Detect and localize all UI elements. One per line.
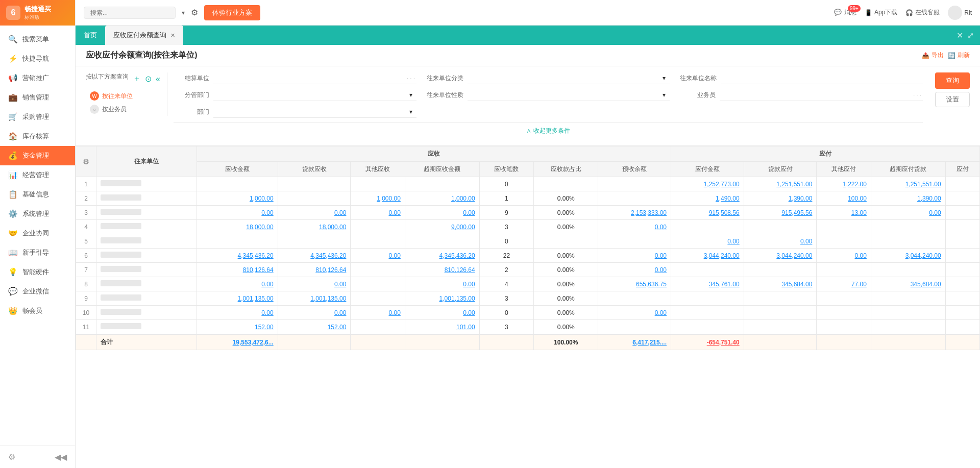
cell-val[interactable]: 915,495.56 (744, 206, 817, 220)
schema-item-salesperson[interactable]: ○ 按业务员 (86, 103, 161, 116)
cell-val[interactable]: 0.00 (598, 263, 671, 277)
cell-val[interactable]: 1,001,135.00 (405, 291, 479, 306)
cell-val[interactable]: 345,761.00 (671, 277, 744, 291)
cell-val[interactable]: 0.00 (405, 206, 479, 220)
sidebar-item-7[interactable]: 📊经营管理 (0, 165, 75, 185)
cell-val[interactable]: 810,126.64 (405, 263, 479, 277)
cell-val[interactable]: 3,044,240.00 (744, 249, 817, 263)
cell-val[interactable]: 810,126.64 (278, 263, 351, 277)
sidebar-item-6[interactable]: 💰资金管理 (0, 146, 75, 165)
export-button[interactable]: 📤 导出 (922, 51, 944, 60)
cell-val[interactable]: 101.00 (405, 320, 479, 335)
sidebar-item-11[interactable]: 📖新手引导 (0, 243, 75, 262)
jsdw-input[interactable]: ··· (213, 72, 416, 84)
cell-val[interactable]: 0.00 (405, 277, 479, 291)
table-container[interactable]: ⚙ 往来单位 应收 应付 应收金额 贷款应收 其他应收 超期应收金额 应收笔数 … (76, 146, 980, 468)
online-service-btn[interactable]: 🎧 在线客服 (905, 8, 940, 17)
cell-val[interactable]: 0.00 (197, 206, 278, 220)
user-menu[interactable]: Rit (948, 6, 972, 20)
sidebar-item-3[interactable]: 💼销售管理 (0, 88, 75, 107)
th-settings[interactable]: ⚙ (76, 146, 96, 177)
footer-yfje[interactable]: -654,751.40 (671, 334, 744, 350)
cell-val[interactable]: 0.00 (744, 234, 817, 249)
sidebar-item-4[interactable]: 🛒采购管理 (0, 107, 75, 127)
cell-val[interactable]: 100.00 (817, 191, 871, 206)
cell-val[interactable]: 2,153,333.00 (598, 206, 671, 220)
cell-val[interactable]: 0.00 (278, 277, 351, 291)
cell-val[interactable]: 0.00 (351, 306, 405, 320)
cell-val[interactable]: 1,001,135.00 (197, 291, 278, 306)
cell-val[interactable]: 1,251,551.00 (871, 177, 945, 191)
messages-btn[interactable]: 💬 99+ 消息 (834, 8, 856, 17)
cell-val[interactable]: 1,001,135.00 (278, 291, 351, 306)
collapse-icon[interactable]: ◀◀ (55, 452, 67, 462)
sidebar-item-1[interactable]: ⚡快捷导航 (0, 49, 75, 68)
sidebar-item-8[interactable]: 📋基础信息 (0, 185, 75, 204)
cell-val[interactable]: 0.00 (197, 306, 278, 320)
sidebar-item-5[interactable]: 🏠库存核算 (0, 127, 75, 146)
sidebar-item-9[interactable]: ⚙️系统管理 (0, 204, 75, 224)
cell-val[interactable]: 1,490.00 (671, 191, 744, 206)
cell-val[interactable]: 4,345,436.20 (405, 249, 479, 263)
schema-item-customer[interactable]: W 按往来单位 (86, 89, 161, 103)
sidebar-item-12[interactable]: 💡智能硬件 (0, 262, 75, 282)
cell-val[interactable]: 810,126.64 (197, 263, 278, 277)
cell-val[interactable]: 3,044,240.00 (871, 249, 945, 263)
ywy-input[interactable]: ··· (720, 89, 923, 101)
tab-arbalance[interactable]: 应收应付余额查询 ✕ (105, 26, 183, 45)
cell-val[interactable]: 1,000.00 (405, 191, 479, 206)
header-gear-icon[interactable]: ⚙ (191, 8, 198, 17)
cell-val[interactable]: 1,000.00 (351, 191, 405, 206)
schema-collapse-btn[interactable]: « (156, 75, 160, 84)
sidebar-item-14[interactable]: 👑畅会员 (0, 301, 75, 321)
cell-val[interactable]: 0.00 (351, 206, 405, 220)
cell-val[interactable]: 0.00 (817, 249, 871, 263)
schema-edit-btn[interactable]: ⊙ (145, 74, 152, 84)
tab-close-btn[interactable]: ✕ (957, 31, 963, 40)
cell-val[interactable]: 0.00 (278, 306, 351, 320)
cell-val[interactable]: 152.00 (278, 320, 351, 335)
fgbm-select[interactable]: ▾ (213, 89, 416, 101)
cell-val[interactable]: 0.00 (598, 306, 671, 320)
settings-icon[interactable]: ⚙ (8, 452, 15, 462)
cell-val[interactable]: 915,508.56 (671, 206, 744, 220)
sidebar-item-0[interactable]: 🔍搜索菜单 (0, 30, 75, 49)
sidebar-item-10[interactable]: 🤝企业协同 (0, 224, 75, 243)
lwdwxz-select[interactable]: ▾ (468, 89, 670, 101)
cell-val[interactable]: 77.00 (817, 277, 871, 291)
cell-val[interactable]: 9,000.00 (405, 220, 479, 234)
tab-expand-btn[interactable]: ⤢ (967, 31, 974, 40)
cell-val[interactable]: 0.00 (671, 234, 744, 249)
cell-val[interactable]: 0.00 (405, 306, 479, 320)
search-input[interactable] (84, 7, 176, 19)
cell-val[interactable]: 3,044,240.00 (671, 249, 744, 263)
cell-val[interactable]: 18,000.00 (197, 220, 278, 234)
refresh-button[interactable]: 🔄 刷新 (948, 51, 970, 60)
cell-val[interactable]: 0.00 (197, 277, 278, 291)
cell-val[interactable]: 0.00 (871, 206, 945, 220)
footer-ysye[interactable]: 6,417,215.... (598, 334, 671, 350)
app-download-btn[interactable]: 📱 App下载 (865, 8, 897, 17)
cell-val[interactable]: 1,390.00 (744, 191, 817, 206)
sidebar-item-2[interactable]: 📢营销推广 (0, 68, 75, 88)
bm-select[interactable]: ▾ (213, 106, 416, 118)
header-dropdown-icon[interactable]: ▾ (182, 9, 185, 16)
cell-val[interactable]: 1,252,773.00 (671, 177, 744, 191)
tab-close-icon[interactable]: ✕ (170, 32, 175, 39)
schema-add-btn[interactable]: ＋ (133, 73, 141, 84)
tab-home[interactable]: 首页 (76, 26, 105, 45)
cell-val[interactable]: 152.00 (197, 320, 278, 335)
cell-val[interactable]: 1,390.00 (871, 191, 945, 206)
cell-val[interactable]: 4,345,436.20 (278, 249, 351, 263)
cell-val[interactable]: 345,684.00 (871, 277, 945, 291)
cell-val[interactable]: 1,000.00 (197, 191, 278, 206)
cell-val[interactable]: 0.00 (351, 249, 405, 263)
query-button[interactable]: 查询 (935, 72, 970, 89)
cell-val[interactable]: 0.00 (598, 220, 671, 234)
lwdwfl-select[interactable]: ▾ (468, 72, 670, 84)
cell-val[interactable]: 4,345,436.20 (197, 249, 278, 263)
lwdwmc-input[interactable] (721, 72, 923, 84)
cell-val[interactable]: 345,684.00 (744, 277, 817, 291)
cell-val[interactable]: 655,636.75 (598, 277, 671, 291)
settings-button[interactable]: 设置 (935, 92, 970, 107)
